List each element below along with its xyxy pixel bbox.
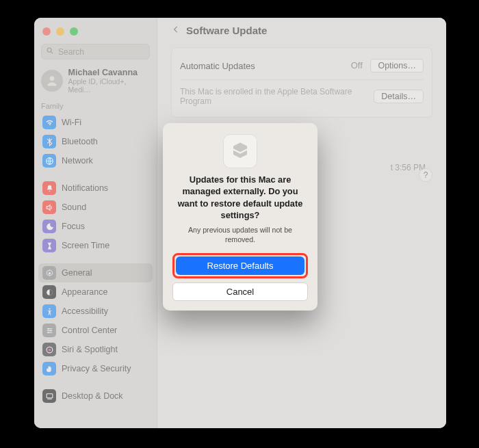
avatar bbox=[41, 70, 63, 92]
dialog-subtext: Any previous updates will not be removed… bbox=[172, 225, 308, 245]
sidebar-item-label: Wi-Fi bbox=[62, 118, 81, 127]
sidebar-item-wi-fi[interactable]: Wi-Fi bbox=[38, 113, 153, 132]
minimize-icon[interactable] bbox=[56, 27, 64, 36]
access-icon bbox=[42, 304, 56, 318]
cancel-button[interactable]: Cancel bbox=[172, 282, 308, 301]
svg-point-4 bbox=[48, 272, 50, 274]
search-icon bbox=[46, 47, 54, 57]
sidebar-item-focus[interactable]: Focus bbox=[38, 217, 153, 236]
sidebar-item-label: Sound bbox=[62, 202, 86, 212]
sliders-icon bbox=[42, 324, 56, 337]
sidebar-item-label: Accessibility bbox=[62, 306, 108, 316]
svg-point-11 bbox=[48, 348, 50, 350]
profile-sub: Apple ID, iCloud+, Medi… bbox=[68, 77, 150, 94]
sidebar-item-sound[interactable]: Sound bbox=[38, 198, 153, 217]
sidebar-item-label: Desktop & Dock bbox=[62, 391, 123, 401]
help-button[interactable]: ? bbox=[419, 168, 432, 182]
sidebar-item-label: Network bbox=[62, 156, 93, 166]
sidebar-item-notifications[interactable]: Notifications bbox=[38, 179, 153, 198]
sidebar-item-bluetooth[interactable]: Bluetooth bbox=[38, 132, 153, 151]
search-placeholder: Search bbox=[58, 47, 84, 57]
sidebar-item-network[interactable]: Network bbox=[38, 151, 153, 170]
package-icon bbox=[223, 134, 257, 168]
sidebar-item-label: Control Center bbox=[62, 326, 117, 335]
sidebar-item-label: Notifications bbox=[62, 183, 108, 193]
hand-icon bbox=[42, 362, 56, 375]
sound-icon bbox=[42, 200, 56, 214]
svg-point-2 bbox=[49, 76, 54, 81]
sidebar-item-label: Bluetooth bbox=[62, 137, 98, 146]
sidebar-item-general[interactable]: General bbox=[38, 263, 153, 282]
zoom-icon[interactable] bbox=[70, 27, 78, 36]
svg-point-9 bbox=[47, 332, 49, 333]
auto-updates-state: Off bbox=[351, 60, 363, 70]
apple-id-row[interactable]: Michael Cavanna Apple ID, iCloud+, Medi… bbox=[34, 65, 157, 99]
restore-defaults-button[interactable]: Restore Defaults bbox=[176, 256, 305, 275]
page-title: Software Update bbox=[186, 25, 267, 36]
gear-icon bbox=[42, 266, 56, 280]
sidebar-item-screen-time[interactable]: Screen Time bbox=[38, 236, 153, 255]
sidebar-list: Wi-FiBluetoothNetworkNotificationsSoundF… bbox=[34, 111, 157, 407]
svg-point-6 bbox=[49, 308, 50, 309]
globe-icon bbox=[42, 154, 56, 168]
auto-updates-label: Automatic Updates bbox=[180, 61, 255, 71]
svg-point-8 bbox=[50, 330, 51, 331]
window-controls bbox=[34, 23, 157, 42]
divider bbox=[180, 79, 424, 80]
sidebar-item-siri-spotlight[interactable]: Siri & Spotlight bbox=[38, 340, 153, 359]
svg-line-1 bbox=[51, 52, 53, 54]
bell-icon bbox=[42, 181, 56, 195]
highlight-annotation: Restore Defaults bbox=[172, 253, 308, 278]
hour-icon bbox=[42, 239, 56, 252]
bt-icon bbox=[42, 135, 56, 148]
updates-card: Automatic Updates Off Options… This Mac … bbox=[171, 47, 432, 118]
title-bar: Software Update bbox=[171, 25, 432, 47]
sidebar-item-label: Appearance bbox=[62, 287, 107, 297]
siri-icon bbox=[42, 343, 56, 356]
close-icon[interactable] bbox=[42, 27, 51, 36]
sidebar-item-label: Screen Time bbox=[62, 241, 109, 250]
sidebar-item-accessibility[interactable]: Accessibility bbox=[38, 302, 153, 321]
details-button[interactable]: Details… bbox=[374, 90, 424, 103]
sidebar-item-label: Focus bbox=[62, 222, 85, 231]
dialog-heading: Updates for this Mac are managed externa… bbox=[172, 174, 308, 221]
sidebar-item-control-center[interactable]: Control Center bbox=[38, 321, 153, 340]
restore-defaults-dialog: Updates for this Mac are managed externa… bbox=[163, 123, 318, 311]
sidebar-item-desktop-dock[interactable]: Desktop & Dock bbox=[38, 386, 153, 406]
svg-point-7 bbox=[47, 328, 49, 329]
dock-icon bbox=[42, 389, 56, 403]
sidebar: Search Michael Cavanna Apple ID, iCloud+… bbox=[34, 18, 157, 428]
sidebar-item-appearance[interactable]: Appearance bbox=[38, 282, 153, 302]
search-input[interactable]: Search bbox=[41, 44, 150, 60]
sidebar-item-label: Siri & Spotlight bbox=[62, 345, 118, 354]
sidebar-item-privacy-security[interactable]: Privacy & Security bbox=[38, 359, 153, 378]
svg-rect-13 bbox=[47, 398, 52, 399]
sidebar-item-label: General bbox=[62, 268, 92, 278]
wifi-icon bbox=[42, 116, 56, 129]
options-button[interactable]: Options… bbox=[370, 59, 424, 73]
beta-enroll-text: This Mac is enrolled in the Apple Beta S… bbox=[180, 87, 374, 106]
svg-rect-12 bbox=[47, 393, 53, 397]
family-header: Family bbox=[34, 99, 157, 111]
back-button[interactable] bbox=[171, 25, 181, 36]
profile-name: Michael Cavanna bbox=[68, 68, 150, 77]
appear-icon bbox=[42, 285, 56, 299]
moon-icon bbox=[42, 220, 56, 233]
sidebar-item-label: Privacy & Security bbox=[62, 364, 131, 373]
svg-point-0 bbox=[47, 48, 51, 52]
